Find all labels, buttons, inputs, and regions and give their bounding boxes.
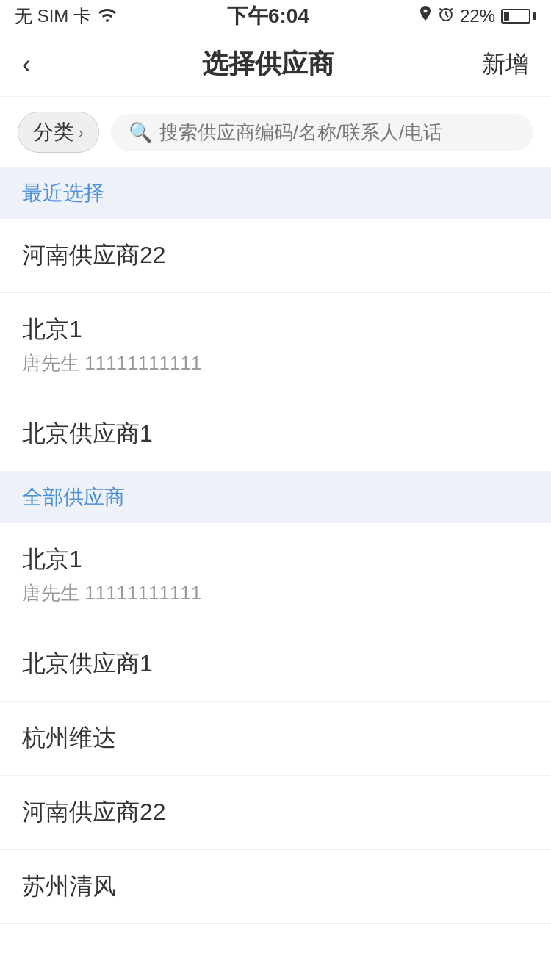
list-item[interactable]: 北京供应商1	[0, 397, 551, 472]
item-sub: 唐先生 11111111111	[22, 350, 529, 376]
location-icon	[419, 6, 432, 26]
wifi-icon	[97, 6, 118, 26]
status-right: 22%	[419, 6, 536, 26]
item-name: 河南供应商22	[22, 239, 529, 272]
back-button[interactable]: ‹	[22, 49, 66, 80]
page-title: 选择供应商	[66, 46, 470, 82]
status-left: 无 SIM 卡	[15, 4, 118, 28]
list-item[interactable]: 苏州清风	[0, 850, 551, 924]
list-item[interactable]: 河南供应商22	[0, 219, 551, 293]
filter-bar: 分类 › 🔍	[0, 97, 551, 167]
item-name: 北京供应商1	[22, 418, 529, 450]
list-item[interactable]: 杭州维达	[0, 702, 551, 776]
category-label: 分类	[33, 118, 74, 146]
item-name: 北京1	[22, 544, 529, 576]
chevron-icon: ›	[79, 124, 84, 141]
all-list: 北京1唐先生 11111111111北京供应商1杭州维达河南供应商22苏州清风	[0, 523, 551, 924]
sim-text: 无 SIM 卡	[15, 4, 91, 28]
item-name: 杭州维达	[22, 722, 529, 754]
status-bar: 无 SIM 卡 下午6:04 22%	[0, 0, 551, 32]
item-name: 苏州清风	[22, 871, 529, 903]
list-item[interactable]: 河南供应商22	[0, 776, 551, 850]
add-button[interactable]: 新增	[470, 48, 529, 81]
all-section-label: 全部供应商	[22, 486, 125, 508]
battery-icon	[501, 9, 536, 24]
item-name: 北京1	[22, 314, 529, 346]
item-name: 北京供应商1	[22, 648, 529, 680]
all-section-header: 全部供应商	[0, 472, 551, 523]
search-icon: 🔍	[129, 121, 152, 144]
status-time: 下午6:04	[227, 2, 309, 30]
nav-bar: ‹ 选择供应商 新增	[0, 32, 551, 97]
alarm-icon	[438, 6, 454, 26]
search-wrap: 🔍	[111, 114, 533, 151]
list-item[interactable]: 北京供应商1	[0, 627, 551, 702]
search-input[interactable]	[159, 121, 516, 144]
list-item[interactable]: 北京1唐先生 11111111111	[0, 293, 551, 397]
list-item[interactable]: 北京1唐先生 11111111111	[0, 523, 551, 627]
category-button[interactable]: 分类 ›	[18, 112, 99, 153]
recent-section-header: 最近选择	[0, 167, 551, 219]
recent-list: 河南供应商22北京1唐先生 11111111111北京供应商1	[0, 219, 551, 472]
item-sub: 唐先生 11111111111	[22, 580, 529, 606]
recent-section-label: 最近选择	[22, 181, 104, 204]
item-name: 河南供应商22	[22, 796, 529, 829]
battery-percent: 22%	[460, 6, 495, 26]
